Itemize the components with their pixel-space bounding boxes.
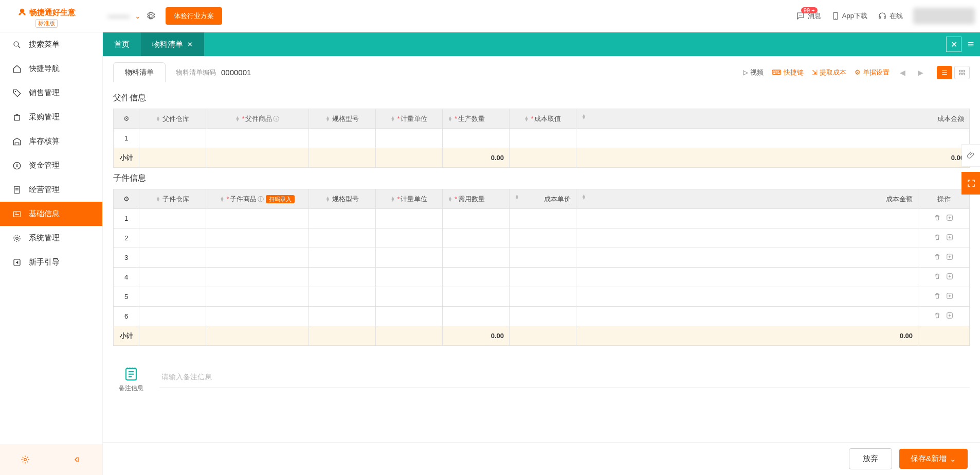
cell-warehouse[interactable] [139,209,206,228]
messages-button[interactable]: 99 + 消息 [796,11,821,21]
cell-spec[interactable] [309,307,376,326]
sidebar-item-guide[interactable]: 新手引导 [0,250,102,274]
prev-record-button[interactable]: ◀ [898,68,908,77]
delete-row-icon[interactable] [934,312,942,319]
cell-qty[interactable] [443,129,510,148]
add-row-icon[interactable] [946,214,954,221]
col-unit[interactable]: ▲▼*计量单位 [376,189,443,209]
child-row[interactable]: 5 [114,287,970,307]
add-row-icon[interactable] [946,292,954,300]
cell-warehouse[interactable] [139,307,206,326]
cell-warehouse[interactable] [139,129,206,148]
cell-price[interactable] [510,287,576,307]
discard-button[interactable]: 放弃 [849,448,892,469]
cell-price[interactable] [510,307,576,326]
col-spec[interactable]: ▲▼规格型号 [309,109,376,129]
col-child-product[interactable]: ▲▼*子件商品ⓘ扫码录入 [206,189,309,209]
add-row-icon[interactable] [946,253,954,260]
cell-product[interactable] [206,307,309,326]
app-download-button[interactable]: App下载 [831,11,867,21]
col-settings[interactable]: ⚙ [114,189,139,209]
sidebar-item-operations[interactable]: 经营管理 [0,178,102,202]
sidebar-item-quicknav[interactable]: 快捷导航 [0,57,102,81]
col-costval[interactable]: ▲▼*成本取值 [510,109,576,129]
sidebar-item-search[interactable]: 搜索菜单 [0,32,102,57]
video-button[interactable]: ▷ 视频 [743,68,764,77]
cell-amount[interactable] [576,307,918,326]
parent-row[interactable]: 1 [114,129,970,148]
cell-warehouse[interactable] [139,228,206,248]
cell-product[interactable] [206,129,309,148]
view-grid-button[interactable] [954,66,970,79]
cell-amount[interactable] [576,209,918,228]
cell-price[interactable] [510,248,576,268]
col-qty[interactable]: ▲▼*生产数量 [443,109,510,129]
col-spec[interactable]: ▲▼规格型号 [309,189,376,209]
cell-product[interactable] [206,248,309,268]
attachment-button[interactable] [961,144,980,167]
col-amount[interactable]: ▲▼成本金额 [576,189,918,209]
sidebar-item-purchase[interactable]: 采购管理 [0,105,102,129]
cell-product[interactable] [206,228,309,248]
tab-bom[interactable]: 物料清单 ✕ [141,32,204,56]
cell-price[interactable] [510,228,576,248]
cell-price[interactable] [510,209,576,228]
close-icon[interactable]: ✕ [187,41,193,48]
help-icon[interactable]: ⓘ [273,115,279,122]
cell-spec[interactable] [309,287,376,307]
cell-unit[interactable] [376,268,443,287]
cell-unit[interactable] [376,307,443,326]
close-all-tabs-button[interactable]: ✕ [946,37,961,52]
cell-warehouse[interactable] [139,268,206,287]
cell-amount[interactable] [576,129,970,148]
online-support-button[interactable]: 在线 [878,11,903,21]
cell-qty[interactable] [443,287,510,307]
sidebar-item-stock[interactable]: 库存核算 [0,129,102,153]
cell-spec[interactable] [309,248,376,268]
sidebar-item-finance[interactable]: ¥ 资金管理 [0,153,102,178]
cell-qty[interactable] [443,228,510,248]
collapse-icon[interactable] [71,455,82,464]
tab-home[interactable]: 首页 [103,32,141,56]
cell-qty[interactable] [443,248,510,268]
col-settings[interactable]: ⚙ [114,109,139,129]
add-row-icon[interactable] [946,234,954,241]
child-row[interactable]: 4 [114,268,970,287]
save-and-new-button[interactable]: 保存&新增 ⌄ [899,449,968,469]
sidebar-item-sales[interactable]: 销售管理 [0,81,102,105]
delete-row-icon[interactable] [934,253,942,260]
add-row-icon[interactable] [946,273,954,280]
col-parent-warehouse[interactable]: ▲▼父件仓库 [139,109,206,129]
trial-button[interactable]: 体验行业方案 [166,7,222,25]
col-price[interactable]: ▲▼成本单价 [510,189,576,209]
org-settings-button[interactable] [146,11,155,21]
sidebar-item-baseinfo[interactable]: 基础信息 [0,202,102,226]
child-row[interactable]: 1 [114,209,970,228]
delete-row-icon[interactable] [934,234,942,241]
cell-qty[interactable] [443,268,510,287]
form-tab[interactable]: 物料清单 [113,62,166,82]
delete-row-icon[interactable] [934,214,942,221]
next-record-button[interactable]: ▶ [916,68,925,77]
cell-spec[interactable] [309,129,376,148]
extract-cost-button[interactable]: ⇲ 提取成本 [812,68,846,77]
cell-unit[interactable] [376,209,443,228]
cell-spec[interactable] [309,209,376,228]
col-unit[interactable]: ▲▼*计量单位 [376,109,443,129]
footer-gear-icon[interactable] [21,455,30,464]
cell-spec[interactable] [309,228,376,248]
sidebar-item-system[interactable]: 系统管理 [0,226,102,250]
child-row[interactable]: 6 [114,307,970,326]
cell-amount[interactable] [576,287,918,307]
child-row[interactable]: 3 [114,248,970,268]
org-selector[interactable]: ——— ⌄ [108,12,141,20]
col-parent-product[interactable]: ▲▼*父件商品ⓘ [206,109,309,129]
col-qty[interactable]: ▲▼*需用数量 [443,189,510,209]
col-child-warehouse[interactable]: ▲▼子件仓库 [139,189,206,209]
cell-qty[interactable] [443,209,510,228]
delete-row-icon[interactable] [934,292,942,300]
cell-unit[interactable] [376,129,443,148]
remarks-input[interactable] [159,366,970,388]
add-row-icon[interactable] [946,312,954,319]
cell-product[interactable] [206,287,309,307]
